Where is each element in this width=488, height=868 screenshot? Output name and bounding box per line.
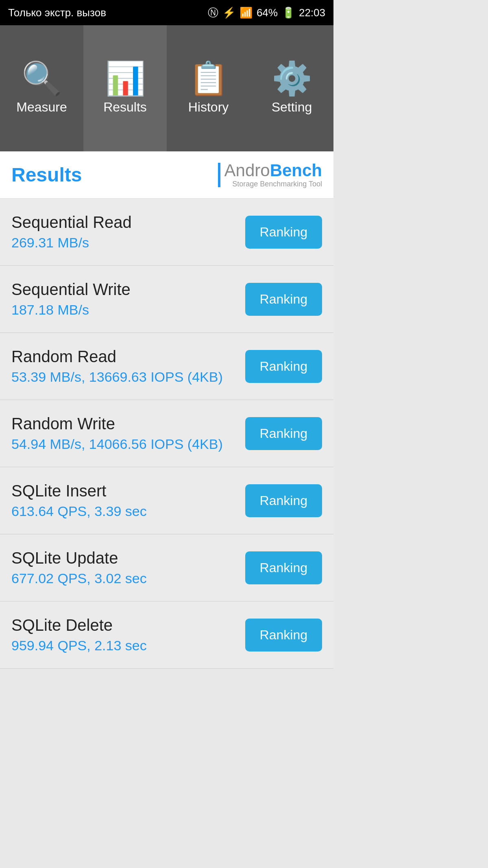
- benchmark-name-sqlite-insert: SQLite Insert: [11, 482, 147, 500]
- benchmark-name-rand-write: Random Write: [11, 415, 223, 433]
- battery-percent: 64%: [257, 7, 278, 19]
- benchmark-name-rand-read: Random Read: [11, 348, 223, 366]
- battery-icon: 🔋: [282, 7, 295, 19]
- time-text: 22:03: [299, 7, 325, 19]
- benchmark-info-rand-write: Random Write 54.94 MB/s, 14066.56 IOPS (…: [11, 415, 223, 452]
- ranking-button-sqlite-update[interactable]: Ranking: [245, 551, 322, 584]
- benchmark-info-seq-write: Sequential Write 187.18 MB/s: [11, 280, 131, 318]
- wifi-icon: 📶: [240, 7, 253, 19]
- tab-results[interactable]: 📊 Results: [83, 25, 167, 151]
- bluetooth-icon: ⚡: [222, 7, 235, 19]
- benchmark-value-rand-write: 54.94 MB/s, 14066.56 IOPS (4KB): [11, 436, 223, 452]
- benchmark-info-sqlite-update: SQLite Update 677.02 QPS, 3.02 sec: [11, 549, 147, 586]
- benchmark-row-rand-write: Random Write 54.94 MB/s, 14066.56 IOPS (…: [0, 400, 333, 467]
- ranking-button-seq-write[interactable]: Ranking: [245, 283, 322, 316]
- benchmark-info-seq-read: Sequential Read 269.31 MB/s: [11, 213, 132, 251]
- benchmark-value-seq-read: 269.31 MB/s: [11, 235, 132, 251]
- benchmark-name-seq-write: Sequential Write: [11, 280, 131, 299]
- tab-results-label: Results: [103, 100, 147, 115]
- benchmark-row-sqlite-insert: SQLite Insert 613.64 QPS, 3.39 sec Ranki…: [0, 467, 333, 534]
- status-bar: Только экстр. вызов Ⓝ ⚡ 📶 64% 🔋 22:03: [0, 0, 333, 25]
- benchmark-value-sqlite-insert: 613.64 QPS, 3.39 sec: [11, 503, 147, 519]
- benchmark-name-sqlite-update: SQLite Update: [11, 549, 147, 567]
- ranking-button-sqlite-insert[interactable]: Ranking: [245, 484, 322, 517]
- benchmark-name-seq-read: Sequential Read: [11, 213, 132, 232]
- carrier-text: Только экстр. вызов: [8, 7, 106, 19]
- benchmark-name-sqlite-delete: SQLite Delete: [11, 616, 147, 634]
- benchmark-row-sqlite-update: SQLite Update 677.02 QPS, 3.02 sec Ranki…: [0, 534, 333, 601]
- benchmark-info-rand-read: Random Read 53.39 MB/s, 13669.63 IOPS (4…: [11, 348, 223, 385]
- brand-bar: [218, 163, 220, 187]
- benchmark-info-sqlite-delete: SQLite Delete 959.94 QPS, 2.13 sec: [11, 616, 147, 654]
- brand-subtitle: Storage Benchmarking Tool: [224, 180, 322, 188]
- brand-andro: Andro: [224, 161, 270, 180]
- brand-text: AndroBench Storage Benchmarking Tool: [224, 161, 322, 188]
- benchmark-value-sqlite-update: 677.02 QPS, 3.02 sec: [11, 571, 147, 586]
- nav-tabs: 🔍 Measure 📊 Results 📋 History ⚙️ Setting: [0, 25, 333, 151]
- tab-setting-label: Setting: [272, 100, 312, 115]
- nfc-icon: Ⓝ: [208, 6, 218, 20]
- tab-measure-label: Measure: [16, 100, 67, 115]
- benchmark-list: Sequential Read 269.31 MB/s Ranking Sequ…: [0, 199, 333, 669]
- tab-history-label: History: [188, 100, 229, 115]
- ranking-button-seq-read[interactable]: Ranking: [245, 216, 322, 249]
- tab-setting[interactable]: ⚙️ Setting: [250, 25, 333, 151]
- brand-name: AndroBench: [224, 161, 322, 180]
- tab-measure[interactable]: 🔍 Measure: [0, 25, 83, 151]
- history-icon: 📋: [188, 62, 229, 95]
- benchmark-row-sqlite-delete: SQLite Delete 959.94 QPS, 2.13 sec Ranki…: [0, 601, 333, 669]
- benchmark-row-rand-read: Random Read 53.39 MB/s, 13669.63 IOPS (4…: [0, 333, 333, 400]
- brand-bench: Bench: [270, 161, 322, 180]
- results-title: Results: [11, 164, 82, 186]
- status-icons: Ⓝ ⚡ 📶 64% 🔋 22:03: [208, 6, 325, 20]
- ranking-button-sqlite-delete[interactable]: Ranking: [245, 619, 322, 652]
- results-icon: 📊: [105, 62, 146, 95]
- benchmark-row-seq-read: Sequential Read 269.31 MB/s Ranking: [0, 199, 333, 266]
- benchmark-value-rand-read: 53.39 MB/s, 13669.63 IOPS (4KB): [11, 369, 223, 385]
- setting-icon: ⚙️: [272, 62, 312, 95]
- benchmark-row-seq-write: Sequential Write 187.18 MB/s Ranking: [0, 266, 333, 333]
- ranking-button-rand-write[interactable]: Ranking: [245, 417, 322, 450]
- brand-logo: AndroBench Storage Benchmarking Tool: [218, 161, 322, 188]
- results-header: Results AndroBench Storage Benchmarking …: [0, 151, 333, 199]
- benchmark-value-seq-write: 187.18 MB/s: [11, 302, 131, 318]
- tab-history[interactable]: 📋 History: [167, 25, 250, 151]
- benchmark-value-sqlite-delete: 959.94 QPS, 2.13 sec: [11, 638, 147, 654]
- benchmark-info-sqlite-insert: SQLite Insert 613.64 QPS, 3.39 sec: [11, 482, 147, 519]
- measure-icon: 🔍: [22, 62, 62, 95]
- ranking-button-rand-read[interactable]: Ranking: [245, 350, 322, 383]
